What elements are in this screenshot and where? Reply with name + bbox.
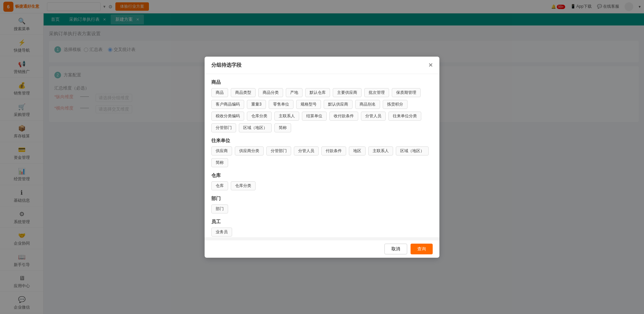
field-tags-0: 商品商品类型商品分类产地默认仓库主要供应商批次管理保质期管理客户商品编码重量3零… xyxy=(211,88,433,132)
field-tag-2-0[interactable]: 仓库 xyxy=(211,181,228,190)
field-tag-1-5[interactable]: 地区 xyxy=(349,146,366,155)
field-section-2: 仓库仓库仓库分类 xyxy=(211,173,433,190)
field-tag-1-1[interactable]: 供应商分类 xyxy=(235,146,264,155)
field-tag-0-0[interactable]: 商品 xyxy=(211,88,228,97)
modal-footer: 取消 查询 xyxy=(205,240,439,258)
field-tag-0-2[interactable]: 商品分类 xyxy=(258,88,283,97)
field-tag-0-18[interactable]: 结算单位 xyxy=(302,112,327,121)
field-tags-4: 业务员 xyxy=(211,228,433,237)
field-tag-0-11[interactable]: 规格型号 xyxy=(296,100,321,109)
confirm-button[interactable]: 查询 xyxy=(411,244,433,254)
field-tag-0-6[interactable]: 批次管理 xyxy=(364,88,389,97)
field-section-4: 员工业务员 xyxy=(211,219,433,237)
section-title-3: 部门 xyxy=(211,196,433,202)
field-tag-0-17[interactable]: 主联系人 xyxy=(274,112,299,121)
field-section-1: 往来单位供应商供应商分类分管部门分管人员付款条件地区主联系人区域（地区）简称 xyxy=(211,138,433,167)
section-title-0: 商品 xyxy=(211,79,433,85)
field-tag-1-8[interactable]: 简称 xyxy=(211,158,228,167)
field-tag-0-7[interactable]: 保质期管理 xyxy=(392,88,421,97)
field-tag-0-3[interactable]: 产地 xyxy=(286,88,303,97)
field-tag-1-2[interactable]: 分管部门 xyxy=(266,146,291,155)
field-tag-0-21[interactable]: 往来单位分类 xyxy=(388,112,421,121)
cancel-button[interactable]: 取消 xyxy=(384,244,407,254)
field-tag-0-12[interactable]: 默认供应商 xyxy=(324,100,353,109)
field-tag-0-20[interactable]: 分管人员 xyxy=(361,112,386,121)
field-tag-0-23[interactable]: 区域（地区） xyxy=(239,123,272,132)
field-tag-3-0[interactable]: 部门 xyxy=(211,204,228,213)
field-tag-0-15[interactable]: 税收分类编码 xyxy=(211,112,244,121)
field-section-3: 部门部门 xyxy=(211,196,433,213)
field-tag-0-4[interactable]: 默认仓库 xyxy=(305,88,330,97)
field-tag-4-0[interactable]: 业务员 xyxy=(211,228,232,237)
field-tags-3: 部门 xyxy=(211,204,433,213)
field-tag-0-10[interactable]: 零售单位 xyxy=(269,100,293,109)
field-tag-1-7[interactable]: 区域（地区） xyxy=(396,146,429,155)
field-tag-1-4[interactable]: 付款条件 xyxy=(321,146,346,155)
section-title-2: 仓库 xyxy=(211,173,433,179)
field-tag-0-9[interactable]: 重量3 xyxy=(247,100,266,109)
modal-body: 商品商品商品类型商品分类产地默认仓库主要供应商批次管理保质期管理客户商品编码重量… xyxy=(205,74,439,238)
modal-title: 分组待选字段 xyxy=(211,62,241,68)
field-tag-0-14[interactable]: 拣货积分 xyxy=(383,100,408,109)
field-tags-1: 供应商供应商分类分管部门分管人员付款条件地区主联系人区域（地区）简称 xyxy=(211,146,433,167)
modal-overlay: 分组待选字段 ✕ 商品商品商品类型商品分类产地默认仓库主要供应商批次管理保质期管… xyxy=(0,0,644,314)
field-tag-0-16[interactable]: 仓库分类 xyxy=(247,112,272,121)
modal: 分组待选字段 ✕ 商品商品商品类型商品分类产地默认仓库主要供应商批次管理保质期管… xyxy=(205,57,439,258)
field-tag-2-1[interactable]: 仓库分类 xyxy=(231,181,256,190)
modal-header: 分组待选字段 ✕ xyxy=(205,57,439,74)
field-tag-0-22[interactable]: 分管部门 xyxy=(211,123,236,132)
field-tag-0-8[interactable]: 客户商品编码 xyxy=(211,100,244,109)
field-tag-1-3[interactable]: 分管人员 xyxy=(294,146,319,155)
field-section-0: 商品商品商品类型商品分类产地默认仓库主要供应商批次管理保质期管理客户商品编码重量… xyxy=(211,79,433,132)
field-tag-0-24[interactable]: 简称 xyxy=(274,123,291,132)
field-tag-1-6[interactable]: 主联系人 xyxy=(368,146,393,155)
field-tag-0-19[interactable]: 收付款条件 xyxy=(329,112,358,121)
field-tag-0-5[interactable]: 主要供应商 xyxy=(333,88,362,97)
section-title-1: 往来单位 xyxy=(211,138,433,144)
field-tags-2: 仓库仓库分类 xyxy=(211,181,433,190)
field-tag-0-1[interactable]: 商品类型 xyxy=(231,88,256,97)
field-tag-1-0[interactable]: 供应商 xyxy=(211,146,232,155)
section-title-4: 员工 xyxy=(211,219,433,225)
field-tag-0-13[interactable]: 商品别名 xyxy=(355,100,380,109)
modal-close-icon[interactable]: ✕ xyxy=(428,62,433,68)
